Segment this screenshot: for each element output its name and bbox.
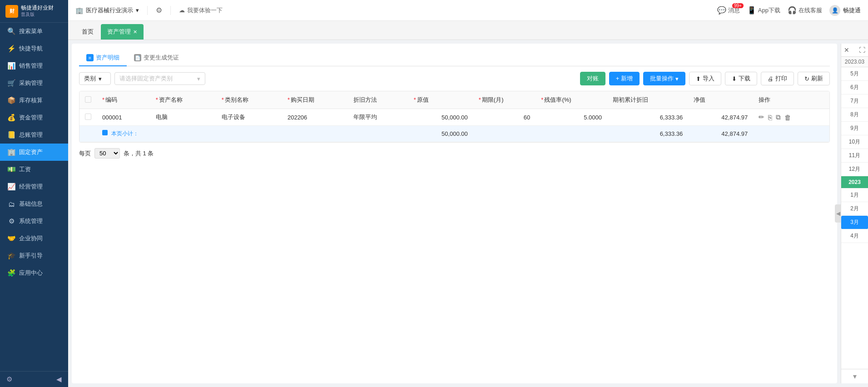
month-item[interactable]: 12月 (841, 163, 868, 176)
month-item[interactable]: 4月 (841, 229, 868, 243)
row-original-value: 50,000.00 (408, 109, 473, 126)
category-label: 类别 (84, 74, 96, 83)
sidebar-item-fixedasset[interactable]: 🏢固定资产 (0, 144, 68, 161)
month-item[interactable]: 11月 (841, 149, 868, 163)
row-name: 电脑 (150, 109, 216, 126)
sub-tab-change-voucher-label: 变更生成凭证 (144, 54, 179, 62)
select-all-checkbox[interactable] (85, 96, 91, 103)
avatar: 👤 (829, 5, 840, 16)
import-button[interactable]: ⬆ 导入 (689, 72, 721, 85)
user-profile[interactable]: 👤 畅捷通 (829, 5, 861, 16)
sidebar-item-purchase[interactable]: 🛒采购管理 (0, 74, 68, 92)
sidebar-icon-inventory: 📦 (7, 96, 15, 104)
sidebar-icon-salary: 💵 (7, 165, 15, 174)
print-button[interactable]: 🖨 打印 (761, 72, 794, 85)
messages-icon: 💬 (717, 6, 726, 15)
right-panel-collapse-btn[interactable]: ▾ (853, 372, 857, 381)
sidebar-label-sales: 销售管理 (19, 62, 43, 70)
month-item[interactable]: 10月 (841, 135, 868, 149)
row-checkbox[interactable] (85, 114, 91, 120)
sidebar-item-sales[interactable]: 📊销售管理 (0, 57, 68, 74)
right-panel: ◀ ✕ ⛶ 2023.03 5月6月7月8月9月10月11月12月20231月2… (841, 44, 868, 383)
sidebar-item-ledger[interactable]: 📒总账管理 (0, 126, 68, 144)
refresh-button[interactable]: ↻ 刷新 (798, 72, 830, 85)
tab-home[interactable]: 首页 (75, 24, 100, 40)
sidebar-collapse-icon[interactable]: ◀ (56, 375, 62, 383)
sidebar-scroll: 🔍搜索菜单⚡快捷导航📊销售管理🛒采购管理📦库存核算💰资金管理📒总账管理🏢固定资产… (0, 23, 68, 371)
category-value-select[interactable]: 请选择固定资产类别 ▾ (114, 72, 205, 85)
subtotal-residual-rate (536, 126, 607, 142)
row-residual-rate: 5.0000 (536, 109, 607, 126)
per-page-select[interactable]: 50 10 20 100 (94, 148, 120, 159)
month-item[interactable]: 5月 (841, 67, 868, 81)
right-panel-expand-icon[interactable]: ⛶ (859, 46, 865, 54)
sidebar-label-quicknav: 快捷导航 (19, 45, 43, 53)
sidebar-icon-cooperate: 🤝 (7, 234, 15, 243)
month-item[interactable]: 1月 (841, 189, 868, 202)
month-item[interactable]: 7月 (841, 94, 868, 108)
new-button[interactable]: + 新增 (609, 72, 640, 85)
sidebar-label-system: 系统管理 (19, 217, 43, 225)
row-category: 电子设备 (216, 109, 282, 126)
sidebar-item-appcenter[interactable]: 🧩应用中心 (0, 264, 68, 282)
header-category: *类别名称 (216, 91, 282, 109)
messages-button[interactable]: 💬 消息 99+ (717, 6, 740, 15)
sidebar-item-quicknav[interactable]: ⚡快捷导航 (0, 40, 68, 57)
right-panel-header: ✕ ⛶ (841, 44, 868, 57)
sidebar-item-cooperate[interactable]: 🤝企业协同 (0, 230, 68, 247)
sidebar-settings-icon[interactable]: ⚙ (6, 375, 12, 383)
category-value-dropdown-icon: ▾ (197, 75, 200, 82)
sub-tab-change-voucher[interactable]: 📄 变更生成凭证 (127, 50, 186, 66)
pagination: 每页 50 10 20 100 条，共 1 条 (79, 148, 830, 159)
category-filter[interactable]: 类别 ▾ (79, 72, 111, 85)
subtotal-label: 本页小计： (111, 130, 139, 137)
sidebar-logo: 财 畅捷通好业财 普及版 (0, 0, 68, 23)
subtotal-period-accum-depreciation: 6,333.36 (607, 126, 688, 142)
month-item[interactable]: 6月 (841, 81, 868, 94)
sidebar: 财 畅捷通好业财 普及版 🔍搜索菜单⚡快捷导航📊销售管理🛒采购管理📦库存核算💰资… (0, 0, 68, 387)
app-download-button[interactable]: 📱 App下载 (747, 6, 780, 15)
row-code: 000001 (97, 109, 150, 126)
right-panel-close-icon[interactable]: ✕ (844, 46, 849, 54)
sidebar-label-salary: 工资 (19, 165, 31, 174)
header-original-value: *原值 (408, 91, 473, 109)
sidebar-item-system[interactable]: ⚙系统管理 (0, 213, 68, 230)
copy-icon[interactable]: ⎘ (768, 114, 772, 121)
delete-icon[interactable]: 🗑 (784, 114, 791, 121)
batch-ops-label: 批量操作 (650, 74, 674, 83)
tab-home-label: 首页 (82, 28, 94, 36)
sidebar-item-inventory[interactable]: 📦库存核算 (0, 92, 68, 109)
sidebar-item-capital[interactable]: 💰资金管理 (0, 109, 68, 126)
company-selector[interactable]: 🏢 医疗器械行业演示 ▾ (75, 6, 139, 15)
month-item[interactable]: 2月 (841, 202, 868, 216)
right-panel-toggle[interactable]: ◀ (835, 204, 841, 223)
sidebar-item-operation[interactable]: 📈经营管理 (0, 178, 68, 195)
sidebar-icon-appcenter: 🧩 (7, 269, 15, 277)
sidebar-item-basic[interactable]: 🗂基础信息 (0, 195, 68, 213)
online-service-button[interactable]: 🎧 在线客服 (788, 6, 822, 15)
more-icon[interactable]: ⧉ (776, 113, 781, 121)
edit-icon[interactable]: ✏ (759, 113, 764, 121)
sidebar-item-salary[interactable]: 💵工资 (0, 161, 68, 178)
topbar-settings-icon[interactable]: ⚙ (156, 6, 162, 15)
reconcile-button[interactable]: 对账 (580, 72, 605, 85)
right-panel-bottom: ▾ (841, 369, 868, 383)
topbar-right: 💬 消息 99+ 📱 App下载 🎧 在线客服 👤 畅捷通 (717, 5, 861, 16)
tab-asset-mgmt[interactable]: 资产管理 ✕ (101, 24, 144, 40)
download-button[interactable]: ⬇ 下载 (725, 72, 757, 85)
logo-text: 畅捷通好业财 (21, 5, 54, 12)
header-period-accum-depreciation: 期初累计折旧 (607, 91, 688, 109)
sidebar-bottom: ⚙ ◀ (0, 371, 68, 387)
header-checkbox-cell (79, 91, 97, 109)
topbar-divider (147, 6, 148, 15)
sidebar-label-purchase: 采购管理 (19, 79, 43, 87)
tab-close-icon[interactable]: ✕ (133, 29, 137, 35)
experience-button[interactable]: ☁ 我要体验一下 (179, 6, 223, 15)
month-item[interactable]: 8月 (841, 108, 868, 122)
sidebar-item-guide[interactable]: 🎓新手引导 (0, 247, 68, 264)
batch-ops-button[interactable]: 批量操作 ▾ (643, 72, 685, 85)
sidebar-item-search[interactable]: 🔍搜索菜单 (0, 23, 68, 40)
sub-tab-asset-detail[interactable]: ≡ 资产明细 (79, 50, 127, 66)
month-item[interactable]: 3月 (841, 216, 868, 229)
month-item[interactable]: 9月 (841, 122, 868, 135)
